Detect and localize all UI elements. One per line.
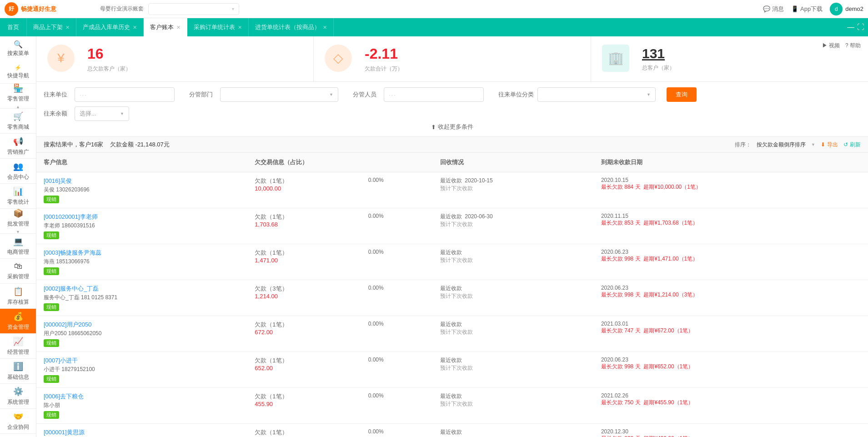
sidebar-item-marketing[interactable]: 📢 营销推广 — [0, 134, 36, 159]
category-label: 往来单位分类 — [498, 90, 534, 99]
cell-due-date: 2020.12.30 最长欠款 808 天 超期¥429.00（1笔） — [594, 424, 868, 437]
supplier-label: 往来单位 — [44, 90, 71, 99]
sidebar-item-search[interactable]: 🔍 搜索菜单 — [0, 36, 36, 61]
refresh-button[interactable]: ↺ 刷新 — [843, 141, 861, 149]
sidebar-item-retail-mgmt[interactable]: 🏪 零售管理 ▲ — [0, 84, 36, 109]
message-button[interactable]: 💬 消息 — [763, 5, 784, 13]
overdue-link[interactable]: 超期¥429.00（1笔） — [643, 435, 693, 437]
video-btn[interactable]: ▶ 视频 — [822, 42, 840, 50]
sidebar-item-operations[interactable]: 📈 经营管理 — [0, 334, 36, 359]
stat-card-total-customers: 🏢 131 总客户（家） ▶ 视频 ? 帮助 — [591, 36, 868, 81]
sidebar-item-quick-nav[interactable]: ⚡ 快捷导航 — [0, 61, 36, 84]
sidebar-item-member[interactable]: 👥 会员中心 — [0, 159, 36, 184]
table-row: [0006]去下粮仓 陈小朋 现销 欠款（1笔） 455.90 0.00% 最近… — [36, 388, 868, 424]
overdue-link[interactable]: 超期¥1,214.00（3笔） — [643, 291, 698, 298]
sidebar-marketing-label: 营销推广 — [7, 148, 29, 156]
tab-production-history[interactable]: 产成品入库单历史 ✕ — [76, 18, 144, 36]
store-name: 母婴行业演示账套 — [100, 5, 144, 13]
tab-customer-account[interactable]: 客户账本 ✕ — [144, 18, 187, 36]
overdue-link[interactable]: 超期¥455.90（1笔） — [643, 399, 693, 406]
stat-card3-icon-wrap: 🏢 — [602, 45, 631, 74]
sidebar-item-basic-info[interactable]: ℹ️ 基础信息 — [0, 359, 36, 384]
tab-customer-close[interactable]: ✕ — [176, 25, 181, 30]
app-download-button[interactable]: 📱 App下载 — [791, 5, 823, 13]
due-date: 2020.06.23 — [601, 285, 861, 291]
batch-mgmt-arrow: ▼ — [16, 230, 20, 234]
tab-home[interactable]: 首页 — [0, 18, 27, 36]
overdue-link[interactable]: 超期¥10,000.00（1笔） — [643, 184, 701, 190]
sidebar-item-inventory[interactable]: 📋 库存核算 — [0, 284, 36, 309]
username-label: demo2 — [845, 5, 863, 12]
export-icon: ⬇ — [821, 141, 825, 148]
supplier-input[interactable]: ··· — [75, 87, 175, 102]
filter-balance: 往来余额 选择... ▼ — [44, 106, 129, 121]
sidebar-item-ecommerce[interactable]: 💻 电商管理 — [0, 234, 36, 259]
customer-name-link[interactable]: [0016]吴俊 — [44, 177, 240, 185]
tab-expand-icon[interactable]: ⛶ — [857, 23, 864, 31]
collapse-btn[interactable]: ⬆ 收起更多条件 — [44, 123, 861, 131]
cell-due-date: 2020.06.23 最长欠款 998 天 超期¥652.00（1笔） — [594, 352, 868, 388]
customer-phone: 用户2050 18665062050 — [44, 330, 240, 337]
tab-products-close[interactable]: ✕ — [65, 25, 70, 30]
customer-name-link[interactable]: [0007]小进干 — [44, 357, 240, 365]
filter-category: 往来单位分类 ▼ — [498, 87, 656, 102]
diamond-icon: ◇ — [333, 50, 343, 65]
customer-name-link[interactable]: [000001]黄思源 — [44, 428, 240, 437]
sidebar-item-retail-store[interactable]: 🛒 零售商城 — [0, 109, 36, 134]
main-layout: 🔍 搜索菜单 ⚡ 快捷导航 🏪 零售管理 ▲ 🛒 零售商城 📢 营销推广 � — [0, 36, 868, 437]
tab-purchase-stats-close[interactable]: ✕ — [323, 25, 327, 30]
sidebar-item-system[interactable]: ⚙️ 系统管理 — [0, 384, 36, 409]
sidebar-item-purchase[interactable]: 🛍 采购管理 — [0, 259, 36, 284]
filter-dept: 分管部门 ▼ — [189, 87, 338, 102]
tab-products[interactable]: 商品上下架 ✕ — [27, 18, 76, 36]
help-btn[interactable]: ? 帮助 — [845, 42, 861, 50]
due-date: 2020.11.15 — [601, 213, 861, 219]
export-button[interactable]: ⬇ 导出 — [821, 141, 838, 149]
overdue-info: 最长欠款 808 天 超期¥429.00（1笔） — [601, 435, 861, 437]
overdue-link[interactable]: 超期¥1,703.68（1笔） — [643, 220, 698, 226]
cell-recovery: 最近收款 2020-10-15 预计下次收款 — [433, 172, 594, 208]
tab-production-close[interactable]: ✕ — [133, 25, 137, 30]
user-menu[interactable]: d demo2 — [830, 3, 863, 15]
overdue-link[interactable]: 超期¥652.00（1笔） — [643, 363, 693, 370]
app-logo: 好 畅捷通好生意 — [5, 2, 95, 16]
tab-purchase-close[interactable]: ✕ — [238, 25, 242, 30]
sidebar-enterprise-label: 企业协同 — [7, 423, 29, 431]
sidebar-item-enterprise[interactable]: 🤝 企业协同 — [0, 409, 36, 434]
result-actions: 排序： 按欠款金额倒序排序 ▼ ⬇ 导出 ↺ 刷新 — [735, 141, 861, 149]
video-label: 视频 — [829, 42, 840, 49]
customer-name-link[interactable]: [0003]畅捷服务尹海蕊 — [44, 249, 240, 257]
sidebar-item-finance[interactable]: 💰 资金管理 — [0, 309, 36, 334]
overdue-link[interactable]: 超期¥1,471.00（1笔） — [643, 256, 698, 262]
sidebar-item-retail-stats[interactable]: 📊 零售统计 — [0, 184, 36, 209]
retail-stats-icon: 📊 — [13, 186, 23, 196]
cell-debt-ratio: 0.00% — [361, 280, 433, 316]
customer-name-link[interactable]: [0001020001]李老师 — [44, 213, 240, 221]
tab-purchase-stats[interactable]: 进货单统计表（按商品） ✕ — [249, 18, 334, 36]
customer-name-link[interactable]: [0006]去下粮仓 — [44, 392, 240, 401]
tab-purchase-orders[interactable]: 采购订单统计表 ✕ — [187, 18, 249, 36]
stat-card3-info: 131 总客户（家） — [642, 46, 675, 72]
stat-card1-icon-bg: ¥ — [47, 45, 75, 72]
category-select[interactable]: ▼ — [537, 87, 656, 102]
store-selector[interactable]: ▼ — [148, 3, 239, 15]
table-row: [0016]吴俊 吴俊 13026203696 现销 欠款（1笔） 10,000… — [36, 172, 868, 208]
sort-value[interactable]: 按欠款金额倒序排序 — [757, 141, 806, 149]
balance-select[interactable]: 选择... ▼ — [75, 106, 129, 121]
overdue-info: 最长欠款 998 天 超期¥1,471.00（1笔） — [601, 255, 861, 263]
overdue-link[interactable]: 超期¥672.00（1笔） — [643, 327, 693, 334]
tab-minimize-icon[interactable]: — — [847, 23, 854, 31]
app-download-icon: 📱 — [791, 5, 798, 12]
app-name: 畅捷通好生意 — [21, 5, 56, 13]
sidebar-item-batch-mgmt[interactable]: 📦 批发管理 ▼ — [0, 209, 36, 234]
customer-name-link[interactable]: [000002]用户2050 — [44, 321, 240, 329]
tabs-nav: 首页 商品上下架 ✕ 产成品入库单历史 ✕ 客户账本 ✕ 采购订单统计表 ✕ 进… — [0, 18, 868, 36]
cell-recovery: 最近收款 预计下次收款 — [433, 388, 594, 424]
customer-name-link[interactable]: [0002]服务中心_丁磊 — [44, 285, 240, 293]
cell-debt-ratio: 0.00% — [361, 244, 433, 280]
customer-tag: 现销 — [44, 375, 59, 383]
sidebar-item-newbie[interactable]: 📖 新手引导 — [0, 434, 36, 437]
search-button[interactable]: 查询 — [667, 87, 697, 102]
person-input[interactable]: ··· — [384, 87, 484, 102]
dept-select[interactable]: ▼ — [220, 87, 338, 102]
